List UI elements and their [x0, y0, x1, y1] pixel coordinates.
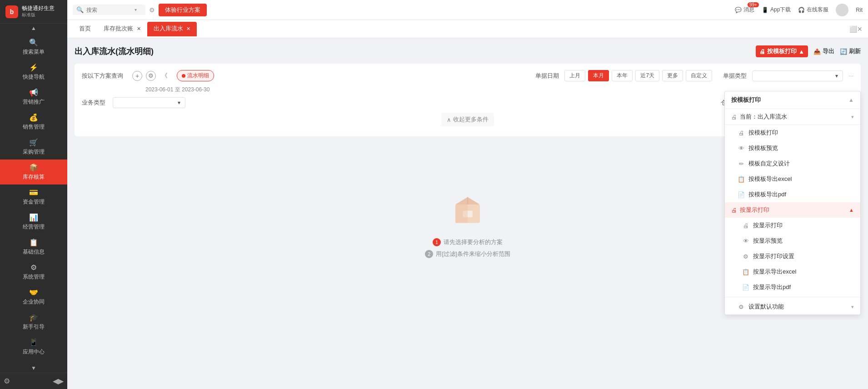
dropdown-item-display-pdf[interactable]: 📄 按显示导出pdf	[725, 279, 860, 295]
sidebar-item-label: 经营管理	[23, 223, 45, 231]
dropdown-up-icon[interactable]: ▲	[848, 97, 854, 103]
sidebar-item-label: 基础信息	[23, 248, 45, 256]
settings-bottom-icon[interactable]: ⚙	[4, 377, 10, 385]
sidebar-scroll-up[interactable]: ▲	[29, 24, 38, 33]
sidebar-bottom: ⚙ ◀▶	[0, 373, 67, 389]
dropdown-item-template-print[interactable]: 🖨 按模板打印	[725, 125, 860, 140]
export-icon: 📤	[813, 48, 821, 55]
dropdown-item-template-custom[interactable]: ✏ 模板自定义设计	[725, 156, 860, 171]
sidebar-item-inventory[interactable]: 📦 库存核算	[0, 160, 67, 185]
sidebar-scroll-down[interactable]: ▼	[29, 364, 38, 373]
tab-batch[interactable]: 库存批次账 ✕	[97, 21, 147, 37]
empty-illustration	[447, 188, 488, 229]
display-print-icon: 🖨	[742, 222, 749, 229]
chevron-down-icon[interactable]: ▾	[135, 7, 137, 12]
step-1-num: 1	[433, 238, 441, 246]
tab-flow[interactable]: 出入库流水 ✕	[147, 22, 197, 36]
date-label: 单据日期	[535, 72, 559, 80]
print-template-button[interactable]: 🖨 按模板打印 ▲	[756, 45, 808, 57]
purchase-icon: 🛒	[29, 138, 38, 147]
dropdown-item-display-excel[interactable]: 📋 按显示导出excel	[725, 264, 860, 279]
excel-icon: 📋	[738, 176, 745, 183]
wechat-icon: 💬	[29, 363, 38, 364]
inventory-icon: 📦	[29, 163, 38, 172]
header-gear-icon[interactable]: ⚙	[149, 6, 155, 14]
sidebar-item-system[interactable]: ⚙ 系统管理	[0, 259, 67, 284]
search-icon: 🔍	[76, 6, 84, 13]
date-tag-last-month[interactable]: 上月	[564, 70, 585, 81]
biz-type-select[interactable]: ▾	[113, 97, 185, 108]
sidebar-item-sales[interactable]: 💰 销售管理	[0, 110, 67, 135]
bill-type-label: 单据类型	[723, 72, 747, 80]
dropdown-item-template-excel[interactable]: 📋 按模板导出excel	[725, 171, 860, 187]
app-name: 畅捷通好生意	[22, 5, 55, 12]
tab-collapse-icon[interactable]: ✕	[857, 25, 863, 33]
tab-flow-close[interactable]: ✕	[186, 26, 190, 31]
sidebar-item-purchase[interactable]: 🛒 采购管理	[0, 135, 67, 160]
sidebar-item-quick-nav[interactable]: ⚡ 快捷导航	[0, 60, 67, 85]
dropdown-item-display-print[interactable]: 🖨 按显示打印	[725, 218, 860, 233]
sidebar-item-cooperation[interactable]: 🤝 企业协同	[0, 284, 67, 309]
sidebar-item-basic[interactable]: 📋 基础信息	[0, 234, 67, 259]
sidebar-item-finance[interactable]: 💳 资金管理	[0, 185, 67, 209]
logo-icon: b	[5, 5, 18, 18]
sidebar-item-search[interactable]: 🔍 搜索菜单	[0, 35, 67, 60]
sidebar: b 畅捷通好生意 标准版 ▲ 🔍 搜索菜单 ⚡ 快捷导航 📢 营销推广 💰 销售…	[0, 0, 67, 389]
search-icon: 🔍	[29, 38, 38, 47]
sidebar-item-app-center[interactable]: 📱 应用中心	[0, 334, 67, 359]
sidebar-item-operation[interactable]: 📊 经营管理	[0, 209, 67, 234]
filter-collapse-button[interactable]: 《	[160, 71, 170, 81]
date-tag-this-year[interactable]: 本年	[612, 70, 633, 81]
trial-button[interactable]: 体验行业方案	[159, 4, 207, 16]
date-tag-custom[interactable]: 自定义	[686, 70, 712, 81]
service-icon: 🎧	[798, 7, 805, 13]
dropdown-item-display-setting[interactable]: ⚙ 按显示打印设置	[725, 249, 860, 264]
dropdown-item-set-default[interactable]: ⚙ 设置默认功能 ▾	[725, 299, 860, 314]
date-tag-this-month[interactable]: 本月	[588, 70, 609, 81]
operation-icon: 📊	[29, 213, 38, 222]
tab-batch-close[interactable]: ✕	[137, 26, 141, 31]
bill-type-select[interactable]: ▾	[752, 70, 843, 81]
biz-type-label: 业务类型	[82, 99, 105, 107]
main-area: 🔍 ▾ ⚙ 体验行业方案 💬 消息 99+ 📱 App下载 🎧 在线客服 Rit	[67, 0, 868, 389]
filter-setting-button[interactable]: ⚙	[146, 71, 156, 81]
dropdown-item-template-pdf[interactable]: 📄 按模板导出pdf	[725, 187, 860, 202]
app-logo: b 畅捷通好生意 标准版	[0, 0, 67, 24]
collapse-filter-button[interactable]: ∧ 收起更多条件	[441, 113, 494, 126]
app-download-button[interactable]: 📱 App下载	[762, 6, 791, 14]
online-service-button[interactable]: 🎧 在线客服	[798, 6, 828, 14]
bill-type-more-icon[interactable]: ···	[848, 72, 853, 79]
refresh-button[interactable]: 🔄 刷新	[840, 47, 861, 55]
message-button[interactable]: 💬 消息 99+	[735, 6, 754, 14]
pdf-icon: 📄	[738, 191, 745, 198]
avatar[interactable]	[836, 4, 848, 16]
collapse-sidebar-icon[interactable]: ◀▶	[53, 377, 64, 385]
tabs-bar: 首页 库存批次账 ✕ 出入库流水 ✕ ⬜ ✕	[67, 20, 868, 38]
date-tag-more[interactable]: 更多	[662, 70, 683, 81]
display-print-group-icon: 🖨	[731, 207, 737, 214]
svg-rect-4	[455, 204, 468, 223]
filter-add-button[interactable]: +	[132, 71, 142, 81]
date-tag-7days[interactable]: 近7天	[635, 70, 659, 81]
header-search[interactable]: 🔍 ▾	[73, 5, 145, 15]
content-wrapper: 出入库流水(流水明细) 🖨 按模板打印 ▲ 📤 导出 🔄 刷新	[75, 45, 861, 287]
dropdown-item-display-preview[interactable]: 👁 按显示预览	[725, 233, 860, 249]
filter-flow-tag[interactable]: 流水明细	[177, 70, 214, 81]
username-label[interactable]: Rit	[856, 7, 863, 13]
display-group-chevron[interactable]: ▲	[849, 207, 854, 213]
content-area: 出入库流水(流水明细) 🖨 按模板打印 ▲ 📤 导出 🔄 刷新	[67, 38, 868, 389]
tab-expand-icon[interactable]: ⬜	[849, 25, 857, 33]
top-header: 🔍 ▾ ⚙ 体验行业方案 💬 消息 99+ 📱 App下载 🎧 在线客服 Rit	[67, 0, 868, 20]
sidebar-item-newbie[interactable]: 🎓 新手引导	[0, 309, 67, 334]
dropdown-display-group-header[interactable]: 🖨 按显示打印 ▲	[725, 202, 860, 218]
sidebar-item-wechat[interactable]: 💬 企业微信	[0, 359, 67, 364]
quick-nav-icon: ⚡	[29, 63, 38, 72]
filter-tag-dot	[182, 74, 185, 78]
tab-home[interactable]: 首页	[73, 21, 97, 37]
dropdown-current-chevron[interactable]: ▾	[851, 114, 854, 120]
dropdown-item-template-preview[interactable]: 👁 按模板预览	[725, 140, 860, 156]
sidebar-item-marketing[interactable]: 📢 营销推广	[0, 85, 67, 110]
biz-select-chevron-icon: ▾	[178, 100, 180, 106]
export-button[interactable]: 📤 导出	[813, 47, 834, 55]
search-input[interactable]	[86, 7, 132, 13]
